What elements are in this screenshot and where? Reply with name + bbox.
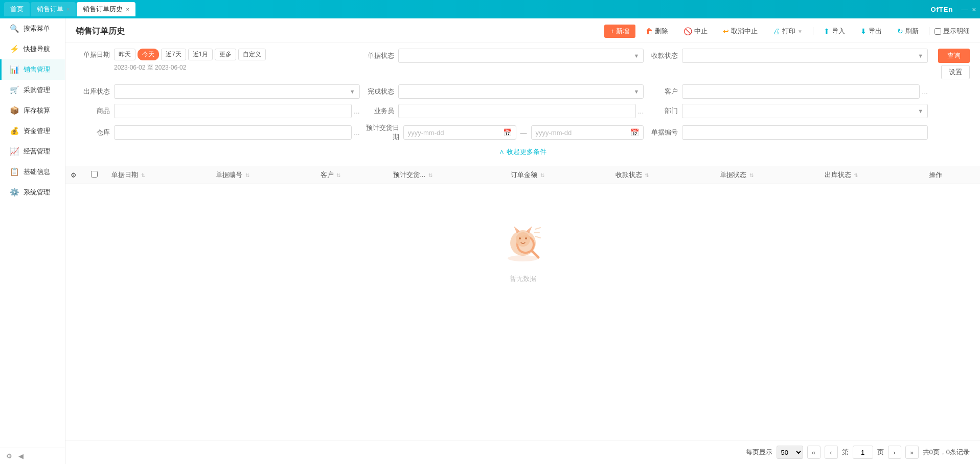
sidebar-item-finance[interactable]: 💰 资金管理 [0, 121, 65, 141]
complete-status-select[interactable]: ▼ [398, 84, 644, 99]
display-toggle-label: 显示明细 [943, 27, 970, 36]
sort-delivery-icon[interactable]: ⇅ [428, 172, 432, 178]
refresh-button[interactable]: ↻ 刷新 [892, 25, 924, 38]
cancel-stop-button[interactable]: ↩ 取消中止 [718, 25, 763, 38]
th-date: 单据日期 ⇅ [106, 166, 211, 184]
th-order-no-label: 单据编号 [216, 171, 242, 179]
first-page-btn[interactable]: « [807, 446, 821, 459]
delete-label: 删除 [655, 27, 668, 36]
close-history-icon[interactable]: × [126, 6, 129, 12]
sidebar-settings-icon[interactable]: ⚙ [6, 452, 12, 460]
date-btn-today[interactable]: 今天 [138, 49, 159, 60]
import-icon: ⬆ [824, 27, 830, 35]
sort-date-icon[interactable]: ⇅ [141, 172, 145, 178]
tab-home[interactable]: 首页 [4, 2, 30, 16]
prev-page-icon: ‹ [830, 449, 832, 456]
close-sales-order-icon[interactable]: × [66, 6, 70, 12]
tab-home-label: 首页 [10, 5, 24, 14]
customer-ellipsis[interactable]: ... [922, 87, 928, 96]
sidebar-item-quick-nav[interactable]: ⚡ 快捷导航 [0, 39, 65, 59]
stop-button[interactable]: 🚫 中止 [678, 25, 713, 38]
sidebar-collapse-icon[interactable]: ◀ [18, 452, 24, 460]
sidebar-item-operations[interactable]: 📈 经营管理 [0, 141, 65, 162]
sidebar-item-quick-nav-label: 快捷导航 [24, 45, 50, 54]
customer-input[interactable] [682, 84, 920, 99]
sort-customer-icon[interactable]: ⇅ [336, 172, 340, 178]
th-order-no: 单据编号 ⇅ [211, 166, 315, 184]
tab-sales-order-history[interactable]: 销售订单历史 × [77, 2, 135, 16]
out-status-select[interactable]: ▼ [114, 84, 360, 99]
print-button[interactable]: 🖨 打印 ▼ [768, 25, 808, 38]
page-title: 销售订单历史 [76, 26, 125, 37]
date-btn-custom[interactable]: 自定义 [238, 49, 266, 60]
close-window-btn[interactable]: × [972, 6, 976, 13]
page-input[interactable]: 1 [853, 446, 873, 459]
svg-point-6 [525, 237, 527, 239]
next-page-btn[interactable]: › [888, 446, 901, 459]
date-btn-1month[interactable]: 近1月 [188, 49, 213, 60]
th-order-status: 单据状态 ⇅ [715, 166, 819, 184]
toolbar-divider-2 [929, 27, 929, 35]
order-no-label: 单据编号 [644, 128, 682, 137]
th-customer: 客户 ⇅ [315, 166, 388, 184]
sort-amount-icon[interactable]: ⇅ [540, 172, 544, 178]
dept-select[interactable]: ▼ [682, 104, 928, 118]
goods-ellipsis[interactable]: ... [354, 107, 360, 115]
th-amount-label: 订单金额 [511, 171, 537, 179]
calendar-to-icon[interactable]: 📅 [630, 128, 639, 137]
th-receipt-status: 收款状态 ⇅ [610, 166, 715, 184]
collapse-bar[interactable]: ∧ 收起更多条件 [76, 144, 970, 160]
sidebar-item-inventory[interactable]: 📦 库存核算 [0, 100, 65, 121]
page-size-select[interactable]: 10 20 50 100 [777, 446, 803, 459]
brand-label: OfTEn [930, 6, 953, 13]
select-all-checkbox[interactable] [91, 171, 98, 178]
print-chevron: ▼ [797, 29, 803, 34]
system-mgmt-icon: ⚙️ [10, 188, 19, 197]
salesman-input[interactable] [398, 104, 636, 118]
date-btn-more[interactable]: 更多 [215, 49, 236, 60]
delete-button[interactable]: 🗑 删除 [641, 25, 673, 38]
salesman-ellipsis[interactable]: ... [638, 107, 644, 115]
display-toggle-checkbox[interactable] [935, 28, 941, 35]
goods-input[interactable] [114, 104, 352, 118]
export-button[interactable]: ⬇ 导出 [855, 25, 887, 38]
content-area: 销售订单历史 + 新增 🗑 删除 🚫 中止 ↩ 取消中止 🖨 打印 [65, 18, 980, 464]
date-btn-yesterday[interactable]: 昨天 [114, 49, 135, 60]
query-button[interactable]: 查询 [938, 49, 970, 63]
receipt-chevron-icon: ▼ [918, 53, 923, 59]
sidebar-item-purchase-mgmt[interactable]: 🛒 采购管理 [0, 80, 65, 100]
warehouse-ellipsis[interactable]: ... [354, 128, 360, 137]
status-select[interactable]: ▼ [398, 49, 644, 63]
sidebar-item-search-menu[interactable]: 🔍 搜索菜单 [0, 18, 65, 39]
delivery-date-to-placeholder: yyyy-mm-dd [536, 129, 572, 137]
settings-button[interactable]: 设置 [941, 65, 970, 79]
prev-page-btn[interactable]: ‹ [825, 446, 838, 459]
settings-icon[interactable]: ⚙ [71, 171, 77, 179]
tab-sales-order[interactable]: 销售订单 × [31, 2, 76, 16]
total-text: 共0页，0条记录 [923, 448, 970, 457]
date-btn-7days[interactable]: 近7天 [161, 49, 186, 60]
order-no-input[interactable] [682, 125, 928, 140]
warehouse-input[interactable] [114, 125, 352, 140]
sort-order-no-icon[interactable]: ⇅ [245, 172, 249, 178]
th-checkbox [86, 166, 106, 184]
delivery-date-from[interactable]: yyyy-mm-dd 📅 [403, 125, 516, 140]
calendar-from-icon[interactable]: 📅 [503, 128, 512, 137]
sidebar-item-system-mgmt[interactable]: ⚙️ 系统管理 [0, 182, 65, 203]
sidebar-item-basic-info[interactable]: 📋 基础信息 [0, 162, 65, 182]
add-button[interactable]: + 新增 [604, 25, 635, 38]
minimize-btn[interactable]: — [961, 6, 968, 13]
sort-out-status-icon[interactable]: ⇅ [854, 172, 858, 178]
sidebar-item-operations-label: 经营管理 [24, 147, 50, 156]
sidebar-item-basic-info-label: 基础信息 [24, 167, 50, 176]
sidebar-item-sales-mgmt[interactable]: 📊 销售管理 [0, 59, 65, 80]
last-page-btn[interactable]: » [905, 446, 919, 459]
receipt-status-select[interactable]: ▼ [682, 49, 928, 63]
import-button[interactable]: ⬆ 导入 [818, 25, 850, 38]
delivery-date-to[interactable]: yyyy-mm-dd 📅 [531, 125, 644, 140]
empty-text: 暂无数据 [510, 274, 536, 283]
delivery-date-wrap: yyyy-mm-dd 📅 — yyyy-mm-dd 📅 [403, 125, 644, 140]
sort-receipt-icon[interactable]: ⇅ [645, 172, 649, 178]
sort-order-status-icon[interactable]: ⇅ [749, 172, 754, 178]
sales-mgmt-icon: 📊 [10, 65, 19, 74]
